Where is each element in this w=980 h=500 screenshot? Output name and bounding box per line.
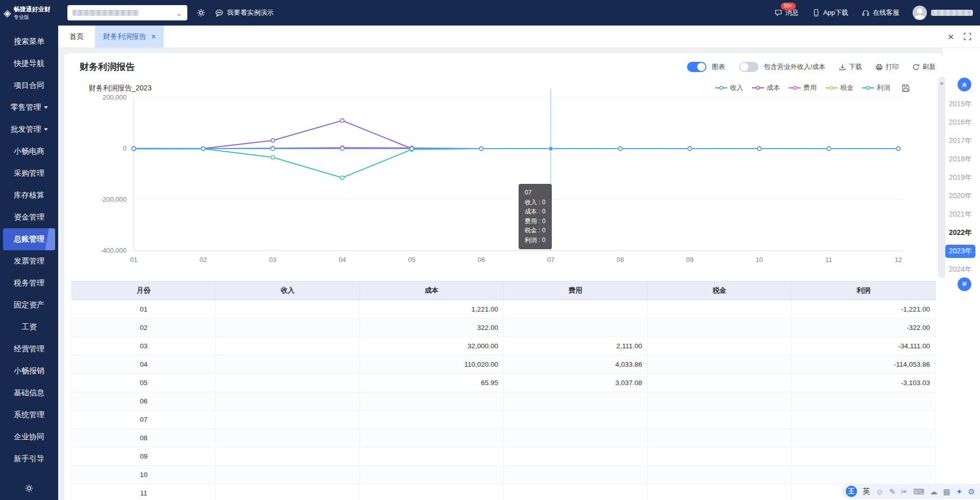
table-row-month-03[interactable]: 0332,000.002,111.00-34,111.00 bbox=[72, 337, 936, 355]
sidebar-item-企业协同[interactable]: 企业协同 bbox=[3, 426, 55, 448]
ime-settings-gear-icon[interactable]: ⚙ bbox=[968, 488, 975, 495]
sidebar-item-小畅报销[interactable]: 小畅报销 bbox=[3, 360, 55, 382]
sogou-input-logo[interactable]: 王 bbox=[846, 486, 857, 497]
sidebar-item-新手引导[interactable]: 新手引导 bbox=[3, 448, 55, 470]
year-label: 2016年 bbox=[949, 118, 972, 127]
year-item-2022年[interactable]: 2022年 bbox=[943, 224, 978, 242]
sidebar-item-批发管理[interactable]: 批发管理 bbox=[3, 118, 55, 140]
sidebar-item-label: 固定资产 bbox=[14, 300, 44, 310]
table-header-收入: 收入 bbox=[216, 281, 360, 300]
collapse-year-panel-icon[interactable]: » bbox=[940, 79, 943, 87]
year-item-2016年[interactable]: 2016年 bbox=[943, 113, 978, 132]
close-icon[interactable]: × bbox=[948, 31, 954, 42]
headset-icon bbox=[862, 9, 870, 17]
year-item-2021年[interactable]: 2021年 bbox=[943, 205, 978, 224]
tab-financial-profit-report[interactable]: 财务利润报告 × bbox=[95, 26, 164, 47]
sidebar-item-发票管理[interactable]: 发票管理 bbox=[3, 250, 55, 272]
sidebar-item-小畅电商[interactable]: 小畅电商 bbox=[3, 140, 55, 162]
value-cell bbox=[360, 466, 504, 484]
chevron-down-icon bbox=[44, 128, 48, 131]
year-item-2017年[interactable]: 2017年 bbox=[943, 132, 978, 150]
sidebar-item-资金管理[interactable]: 资金管理 bbox=[3, 206, 55, 228]
year-label: 2022年 bbox=[949, 228, 972, 237]
sidebar-item-快捷导航[interactable]: 快捷导航 bbox=[3, 53, 55, 75]
table-row-month-10[interactable]: 10 bbox=[72, 466, 936, 484]
value-cell: 322.00 bbox=[360, 319, 504, 337]
skin-grid-icon[interactable]: ▦ bbox=[943, 488, 950, 495]
year-item-2023年[interactable]: 2023年 bbox=[943, 242, 978, 260]
refresh-button[interactable]: 刷新 bbox=[912, 62, 936, 72]
sidebar-item-系统管理[interactable]: 系统管理 bbox=[3, 404, 55, 426]
chart-canvas[interactable]: 200,0000-200,000-400,0000102030405060708… bbox=[64, 77, 943, 272]
sidebar-item-项目合同[interactable]: 项目合同 bbox=[3, 75, 55, 97]
year-item-2015年[interactable]: 2015年 bbox=[943, 95, 978, 113]
sidebar-item-税务管理[interactable]: 税务管理 bbox=[3, 272, 55, 294]
table-row-month-02[interactable]: 02322.00-322.00 bbox=[72, 319, 936, 337]
scroll-years-down-button[interactable] bbox=[958, 277, 971, 291]
year-item-2019年[interactable]: 2019年 bbox=[943, 169, 978, 187]
value-cell: -322.00 bbox=[792, 319, 936, 337]
settings-gear-icon[interactable] bbox=[197, 8, 206, 17]
table-row-month-07[interactable]: 07 bbox=[72, 411, 936, 429]
value-cell bbox=[360, 429, 504, 447]
handwriting-pencil-icon[interactable]: ✎ bbox=[889, 488, 896, 495]
close-tab-icon[interactable]: × bbox=[151, 33, 156, 41]
sidebar-item-label: 搜索菜单 bbox=[14, 37, 44, 46]
value-cell: 65.95 bbox=[360, 374, 504, 392]
include-nonoperating-toggle[interactable] bbox=[739, 62, 758, 72]
chart-toggle[interactable] bbox=[687, 62, 706, 72]
table-row-month-08[interactable]: 08 bbox=[72, 429, 936, 447]
app-download-button[interactable]: App下载 bbox=[812, 8, 848, 17]
sidebar-item-label: 税务管理 bbox=[14, 278, 44, 288]
sidebar-item-固定资产[interactable]: 固定资产 bbox=[3, 294, 55, 316]
value-cell bbox=[504, 466, 648, 484]
sidebar-item-经营管理[interactable]: 经营管理 bbox=[3, 338, 55, 360]
table-row-month-04[interactable]: 04110,020.004,033.86-114,053.86 bbox=[72, 355, 936, 374]
value-cell: 110,020.00 bbox=[360, 355, 504, 374]
scroll-years-up-button[interactable] bbox=[958, 78, 971, 91]
month-cell: 01 bbox=[72, 300, 216, 319]
fullscreen-icon[interactable] bbox=[963, 32, 972, 41]
screenshot-scissors-icon[interactable]: ✂ bbox=[901, 488, 908, 495]
sidebar-item-基础信息[interactable]: 基础信息 bbox=[3, 382, 55, 404]
value-cell bbox=[792, 466, 936, 484]
year-item-2020年[interactable]: 2020年 bbox=[943, 187, 978, 205]
emoji-icon[interactable]: ☺ bbox=[876, 488, 884, 495]
app-logo[interactable]: ◈ 畅捷通好业财 专业版 bbox=[0, 0, 58, 26]
svg-text:02: 02 bbox=[200, 256, 207, 264]
table-row-month-05[interactable]: 0565.953,037.08-3,103.03 bbox=[72, 374, 936, 392]
table-row-month-09[interactable]: 09 bbox=[72, 447, 936, 466]
year-item-2018年[interactable]: 2018年 bbox=[943, 150, 978, 169]
year-item-2024年[interactable]: 2024年 bbox=[943, 260, 978, 279]
messages-button[interactable]: 消息 99+ bbox=[774, 8, 799, 17]
print-button[interactable]: 打印 bbox=[875, 62, 899, 72]
cloud-input-icon[interactable]: ☁ bbox=[930, 488, 938, 495]
value-cell bbox=[504, 484, 648, 500]
sidebar-item-零售管理[interactable]: 零售管理 bbox=[3, 97, 55, 118]
table-row-month-06[interactable]: 06 bbox=[72, 392, 936, 411]
org-select[interactable]: ⌄ bbox=[67, 5, 187, 20]
table-row-month-11[interactable]: 11 bbox=[72, 484, 936, 500]
download-label: 下载 bbox=[849, 62, 862, 72]
value-cell bbox=[216, 319, 360, 337]
value-cell: 3,037.08 bbox=[504, 374, 648, 392]
sidebar-item-label: 零售管理 bbox=[11, 103, 41, 112]
toolbox-star-icon[interactable]: ✦ bbox=[956, 488, 963, 495]
tab-home[interactable]: 首页 bbox=[58, 26, 95, 47]
sidebar-item-总账管理[interactable]: 总账管理 bbox=[3, 228, 55, 250]
sidebar-item-采购管理[interactable]: 采购管理 bbox=[3, 162, 55, 184]
download-button[interactable]: 下载 bbox=[839, 62, 862, 72]
month-cell: 08 bbox=[72, 429, 216, 447]
demo-link[interactable]: 我要看实例演示 bbox=[215, 8, 274, 17]
language-mode-indicator[interactable]: 英 bbox=[863, 487, 870, 496]
sidebar-item-label: 工资 bbox=[21, 322, 37, 332]
keyboard-icon[interactable]: ⌨ bbox=[913, 488, 924, 495]
support-button[interactable]: 在线客服 bbox=[862, 8, 899, 17]
sidebar-settings-gear-icon[interactable] bbox=[0, 477, 58, 500]
sidebar-item-工资[interactable]: 工资 bbox=[3, 316, 55, 338]
user-menu[interactable] bbox=[913, 6, 973, 20]
sidebar-item-库存核算[interactable]: 库存核算 bbox=[3, 184, 55, 206]
table-row-month-01[interactable]: 011,221.00-1,221.00 bbox=[72, 300, 936, 319]
content-area: 财务利润报告 图表 包含营业外收入/成本 下载 打印 bbox=[58, 48, 980, 500]
sidebar-item-搜索菜单[interactable]: 搜索菜单 bbox=[3, 31, 55, 53]
